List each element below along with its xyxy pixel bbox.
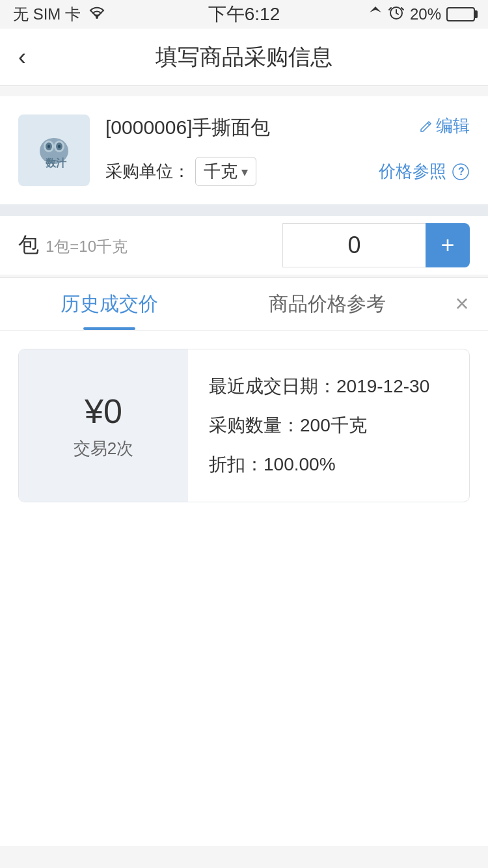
history-transactions: 交易2次 bbox=[74, 437, 133, 460]
gps-icon bbox=[368, 5, 383, 23]
price-number: 0 bbox=[103, 392, 122, 430]
nav-bar: ‹ 填写商品采购信息 bbox=[0, 29, 488, 86]
section-divider bbox=[0, 204, 488, 216]
history-card: ¥0 交易2次 最近成交日期：2019-12-30 采购数量：200千克 折扣：… bbox=[18, 349, 470, 502]
quantity-input[interactable]: 0 bbox=[282, 223, 426, 267]
product-card: 数汁 [0000006]手撕面包 编辑 采购单位： 千克 ▾ bbox=[0, 96, 488, 204]
history-price-value: ¥0 bbox=[85, 392, 122, 431]
tab-content-history: ¥0 交易2次 最近成交日期：2019-12-30 采购数量：200千克 折扣：… bbox=[0, 331, 488, 521]
back-button[interactable]: ‹ bbox=[18, 44, 26, 71]
qty-value: 200千克 bbox=[300, 415, 367, 435]
unit-big-label: 包 bbox=[18, 231, 39, 260]
history-qty-row: 采购数量：200千克 bbox=[209, 412, 448, 439]
quantity-row: 包 1包=10千克 0 + bbox=[0, 216, 488, 275]
price-reference-button[interactable]: 价格参照 ? bbox=[379, 160, 470, 183]
tabs-header: 历史成交价 商品价格参考 × bbox=[0, 278, 488, 331]
price-symbol: ¥ bbox=[85, 392, 103, 430]
history-price-section: ¥0 交易2次 bbox=[19, 349, 188, 502]
battery-icon bbox=[446, 7, 475, 21]
network-label: 无 SIM 卡 bbox=[13, 4, 81, 25]
product-id: [0000006] bbox=[105, 116, 192, 138]
unit-select[interactable]: 千克 ▾ bbox=[195, 157, 256, 186]
discount-label: 折扣： bbox=[209, 454, 264, 474]
svg-point-7 bbox=[47, 144, 50, 148]
tab-price-reference[interactable]: 商品价格参考 bbox=[218, 278, 436, 330]
product-info: [0000006]手撕面包 编辑 采购单位： 千克 ▾ 价格参照 bbox=[105, 115, 470, 186]
svg-text:数汁: 数汁 bbox=[45, 157, 67, 169]
date-label: 最近成交日期： bbox=[209, 376, 336, 396]
history-date-row: 最近成交日期：2019-12-30 bbox=[209, 373, 448, 400]
alarm-icon bbox=[388, 4, 405, 25]
status-left: 无 SIM 卡 bbox=[13, 4, 107, 25]
qty-label: 采购数量： bbox=[209, 415, 300, 435]
tabs-container: 历史成交价 商品价格参考 × ¥0 交易2次 最近成交日期：2019-12-30… bbox=[0, 277, 488, 521]
product-thumb-icon: 数汁 bbox=[31, 125, 77, 176]
bottom-area bbox=[0, 521, 488, 846]
quantity-control: 0 + bbox=[282, 223, 470, 267]
product-title: 手撕面包 bbox=[192, 116, 270, 138]
product-name: [0000006]手撕面包 bbox=[105, 115, 270, 141]
product-header: [0000006]手撕面包 编辑 bbox=[105, 115, 470, 141]
plus-icon: + bbox=[441, 232, 454, 259]
svg-point-8 bbox=[58, 144, 61, 148]
date-value: 2019-12-30 bbox=[336, 376, 429, 396]
wifi-icon bbox=[87, 5, 107, 23]
unit-label: 采购单位： bbox=[105, 160, 190, 183]
history-details-section: 最近成交日期：2019-12-30 采购数量：200千克 折扣：100.00% bbox=[188, 349, 469, 502]
svg-point-0 bbox=[96, 16, 98, 19]
page-title: 填写商品采购信息 bbox=[156, 42, 332, 72]
status-right: 20% bbox=[368, 4, 475, 25]
unit-value: 千克 bbox=[204, 160, 237, 183]
edit-button[interactable]: 编辑 bbox=[419, 115, 470, 137]
tab-close-button[interactable]: × bbox=[436, 278, 488, 330]
product-thumbnail: 数汁 bbox=[18, 115, 90, 186]
price-ref-label: 价格参照 bbox=[379, 160, 446, 183]
unit-conversion: 1包=10千克 bbox=[46, 236, 128, 257]
history-discount-row: 折扣：100.00% bbox=[209, 451, 448, 478]
status-time: 下午6:12 bbox=[208, 2, 280, 27]
status-bar: 无 SIM 卡 下午6:12 20% bbox=[0, 0, 488, 29]
unit-conversion-label: 包 1包=10千克 bbox=[18, 231, 128, 260]
unit-arrow-icon: ▾ bbox=[241, 164, 248, 180]
quantity-value: 0 bbox=[347, 232, 360, 259]
battery-percent: 20% bbox=[410, 5, 441, 23]
quantity-plus-button[interactable]: + bbox=[426, 223, 470, 267]
discount-value: 100.00% bbox=[264, 454, 336, 474]
product-unit-row: 采购单位： 千克 ▾ 价格参照 ? bbox=[105, 157, 470, 186]
svg-text:?: ? bbox=[458, 166, 465, 177]
tab-history-price[interactable]: 历史成交价 bbox=[0, 278, 218, 330]
